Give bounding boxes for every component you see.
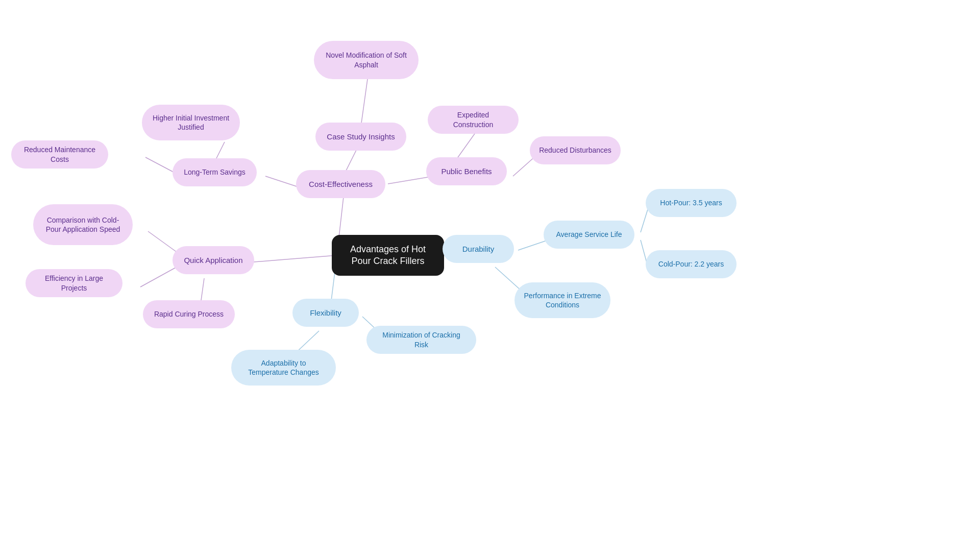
- avg-service-life-node: Average Service Life: [544, 221, 634, 249]
- reduced-maintenance-node: Reduced Maintenance Costs: [11, 140, 108, 169]
- novel-modification-node: Novel Modification of Soft Asphalt: [314, 41, 419, 79]
- svg-line-5: [361, 79, 368, 127]
- svg-line-18: [641, 208, 648, 232]
- cold-pour-node: Cold-Pour: 2.2 years: [646, 250, 737, 278]
- svg-line-9: [388, 176, 434, 184]
- quick-application-node: Quick Application: [173, 246, 254, 274]
- long-term-savings-node: Long-Term Savings: [173, 158, 257, 186]
- hot-pour-node: Hot-Pour: 3.5 years: [646, 189, 737, 217]
- expedited-node: Expedited Construction: [428, 106, 519, 134]
- higher-initial-node: Higher Initial Investment Justified: [142, 105, 240, 140]
- rapid-curing-node: Rapid Curing Process: [143, 300, 235, 328]
- public-benefits-node: Public Benefits: [426, 157, 507, 185]
- reduced-disturbances-node: Reduced Disturbances: [530, 136, 621, 164]
- efficiency-node: Efficiency in Large Projects: [26, 269, 122, 297]
- case-study-node: Case Study Insights: [315, 123, 406, 151]
- comparison-node: Comparison with Cold-Pour Application Sp…: [33, 204, 133, 245]
- svg-line-20: [495, 267, 521, 290]
- minimization-node: Minimization of Cracking Risk: [366, 326, 476, 354]
- flexibility-node: Flexibility: [292, 299, 359, 327]
- durability-node: Durability: [443, 235, 514, 263]
- center-node: Advantages of Hot Pour Crack Fillers: [332, 235, 444, 276]
- performance-node: Performance in Extreme Conditions: [514, 282, 610, 318]
- adaptability-node: Adaptability to Temperature Changes: [231, 350, 336, 386]
- cost-effectiveness-node: Cost-Effectiveness: [296, 170, 385, 198]
